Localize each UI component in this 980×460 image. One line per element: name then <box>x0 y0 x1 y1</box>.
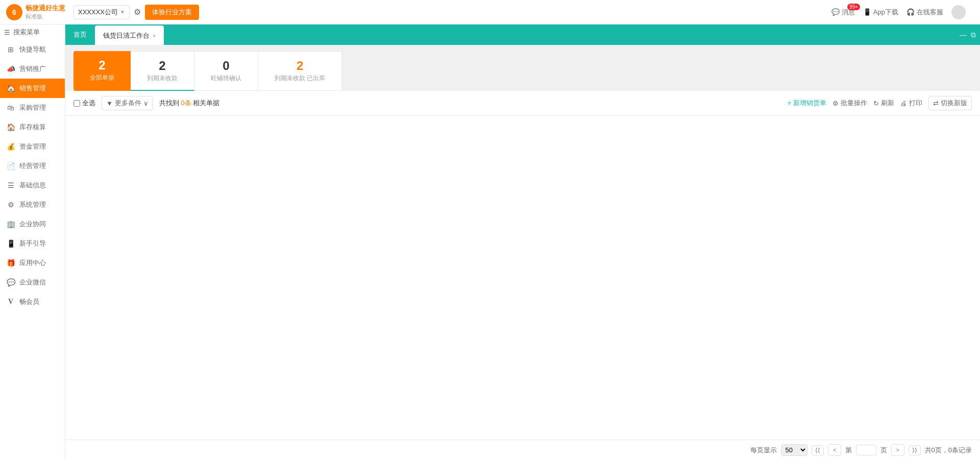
sales-icon: 🏠 <box>6 84 15 93</box>
print-icon: 🖨 <box>900 100 907 107</box>
sidebar-item-operations[interactable]: 📄 经营管理 <box>0 156 65 176</box>
settings-icon[interactable]: ⚙ <box>134 7 141 17</box>
stat-label-pending: 旺铺待确认 <box>211 74 241 83</box>
switch-version-button[interactable]: ⇄ 切换新版 <box>928 96 972 110</box>
sidebar-item-quick-nav[interactable]: ⊞ 快捷导航 <box>0 40 65 59</box>
stat-label-due: 到期未收款 <box>147 74 178 83</box>
message-button[interactable]: 💬 消息 99+ <box>831 8 855 17</box>
stats-area: 2 全部单据 2 到期未收款 0 旺铺待确认 2 <box>65 45 980 91</box>
wechat-icon: 💬 <box>6 278 15 287</box>
sidebar-item-sales[interactable]: 🏠 销售管理 <box>0 79 65 98</box>
stat-label-shipped: 到期未收款 已出库 <box>275 74 325 83</box>
message-icon: 💬 <box>831 8 840 16</box>
tab-active[interactable]: 钱货日清工作台 × <box>95 26 164 46</box>
page-input[interactable]: 1 <box>856 445 876 455</box>
refresh-icon: ↻ <box>873 100 879 107</box>
online-service-label: 在线客服 <box>917 8 943 17</box>
page-prev-button[interactable]: ＜ <box>828 444 841 456</box>
filter-button[interactable]: ▼ 更多条件 ∨ <box>102 96 153 110</box>
page-label-first: 第 <box>845 446 852 455</box>
search-menu-item[interactable]: ☰ 搜索菜单 <box>0 25 65 40</box>
stat-card-shipped[interactable]: 2 到期未收款 已出库 <box>258 51 342 91</box>
tab-right-actions: — ⧉ <box>960 31 980 39</box>
tab-home[interactable]: 首页 <box>65 25 95 45</box>
switch-label: 切换新版 <box>941 99 967 108</box>
sidebar-item-label-system: 系统管理 <box>19 200 46 209</box>
sidebar-item-guide[interactable]: 📱 新手引导 <box>0 234 65 253</box>
online-service-button[interactable]: 🎧 在线客服 <box>906 8 943 17</box>
app-download-label: App下载 <box>873 8 898 17</box>
select-all-checkbox[interactable] <box>74 100 80 107</box>
guide-icon: 📱 <box>6 239 15 248</box>
sidebar-item-label-guide: 新手引导 <box>19 239 46 248</box>
tab-minimize-icon[interactable]: — <box>960 31 967 39</box>
sidebar-item-member[interactable]: V 畅会员 <box>0 292 65 311</box>
total-info: 共0页，0条记录 <box>925 446 972 455</box>
stat-number-all: 2 <box>99 58 105 72</box>
finance-icon: 💰 <box>6 142 15 151</box>
per-page-label: 每页显示 <box>750 446 777 455</box>
sidebar-item-app-center[interactable]: 🎁 应用中心 <box>0 253 65 273</box>
pagination-bar: 每页显示 50 100 200 ⟨⟨ ＜ 第 1 页 ＞ ⟩⟩ 共0页，0条记录 <box>65 440 980 460</box>
stat-card-pending[interactable]: 0 旺铺待确认 <box>194 51 258 91</box>
sidebar-item-label-sales: 销售管理 <box>19 84 46 93</box>
page-last-button[interactable]: ⟩⟩ <box>909 445 921 455</box>
found-prefix: 共找到 <box>159 99 179 107</box>
stat-card-all[interactable]: 2 全部单据 <box>74 51 131 91</box>
member-icon: V <box>6 297 15 306</box>
chevron-down-icon: ▼ <box>120 9 125 15</box>
sidebar-item-label-basic-info: 基础信息 <box>19 181 46 190</box>
stat-label-all: 全部单据 <box>90 74 114 82</box>
print-button[interactable]: 🖨 打印 <box>900 99 922 108</box>
new-sales-order-button[interactable]: + 新增销货单 <box>788 99 826 108</box>
sidebar-item-wechat[interactable]: 💬 企业微信 <box>0 273 65 292</box>
sidebar-item-purchase[interactable]: 🛍 采购管理 <box>0 98 65 117</box>
sidebar-item-marketing[interactable]: 📣 营销推广 <box>0 59 65 79</box>
page-first-button[interactable]: ⟨⟨ <box>812 445 824 455</box>
logo-text-area: 畅捷通好生意 标准版 <box>26 4 65 20</box>
sidebar-item-label-enterprise: 企业协同 <box>19 220 46 229</box>
operations-icon: 📄 <box>6 161 15 171</box>
experience-button[interactable]: 体验行业方案 <box>145 5 199 20</box>
tab-close-icon[interactable]: × <box>153 33 156 39</box>
company-selector[interactable]: XXXXXX公司 ▼ <box>74 5 130 19</box>
batch-operation-button[interactable]: ⚙ 批量操作 <box>832 99 867 108</box>
stat-card-due[interactable]: 2 到期未收款 <box>131 51 194 91</box>
logo-badge: 标准版 <box>26 13 65 20</box>
select-all-label: 全选 <box>82 99 95 108</box>
sidebar-item-basic-info[interactable]: ☰ 基础信息 <box>0 176 65 195</box>
sidebar-item-label-member: 畅会员 <box>19 297 39 306</box>
app-download-button[interactable]: 📱 App下载 <box>863 8 898 17</box>
avatar[interactable] <box>951 5 966 19</box>
switch-icon: ⇄ <box>933 100 939 107</box>
app-center-icon: 🎁 <box>6 258 15 268</box>
sidebar-item-enterprise[interactable]: 🏢 企业协同 <box>0 214 65 234</box>
batch-icon: ⚙ <box>832 100 839 107</box>
refresh-button[interactable]: ↻ 刷新 <box>873 99 894 108</box>
logo-name: 畅捷通好生意 <box>26 4 65 13</box>
filter-label: 更多条件 <box>115 99 141 108</box>
inventory-icon: 🏠 <box>6 123 15 132</box>
stat-number-shipped: 2 <box>297 59 303 73</box>
tab-restore-icon[interactable]: ⧉ <box>971 31 976 39</box>
per-page-select[interactable]: 50 100 200 <box>781 444 807 456</box>
refresh-label: 刷新 <box>881 99 894 108</box>
stat-number-due: 2 <box>159 59 165 73</box>
logo-area: 6 畅捷通好生意 标准版 <box>6 4 65 20</box>
found-suffix: 相关单据 <box>193 99 219 107</box>
phone-icon: 📱 <box>863 8 871 16</box>
sidebar-item-inventory[interactable]: 🏠 库存核算 <box>0 117 65 137</box>
sidebar-item-label-finance: 资金管理 <box>19 142 46 151</box>
tab-bar: 首页 钱货日清工作台 × — ⧉ <box>65 25 980 45</box>
basic-info-icon: ☰ <box>6 181 15 190</box>
page-next-button[interactable]: ＞ <box>891 444 904 456</box>
sidebar-item-finance[interactable]: 💰 资金管理 <box>0 137 65 156</box>
sidebar-item-label-operations: 经营管理 <box>19 161 46 171</box>
enterprise-icon: 🏢 <box>6 220 15 229</box>
sidebar-item-label-purchase: 采购管理 <box>19 103 46 112</box>
search-icon: ☰ <box>4 29 10 36</box>
sidebar-item-system[interactable]: ⚙ 系统管理 <box>0 195 65 214</box>
sidebar-item-label-wechat: 企业微信 <box>19 278 46 287</box>
content-area: 首页 钱货日清工作台 × — ⧉ 2 全部单据 <box>65 25 980 460</box>
sidebar-item-label-quick-nav: 快捷导航 <box>19 45 46 54</box>
